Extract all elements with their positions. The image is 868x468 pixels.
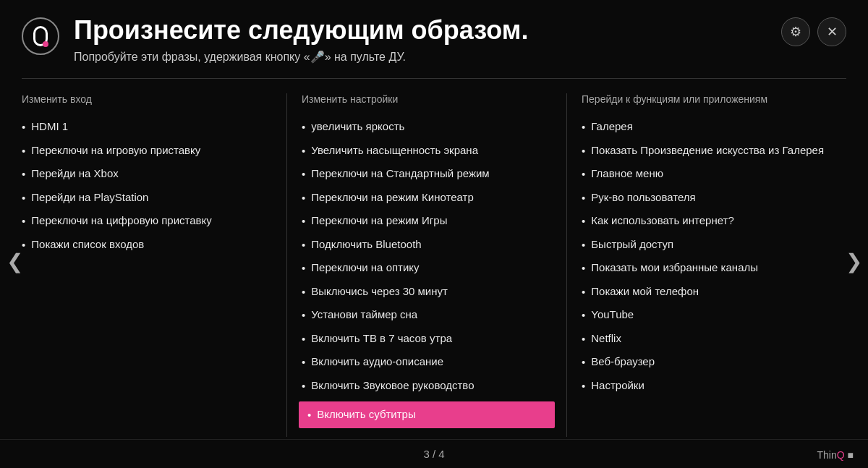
list-item[interactable]: •Покажи мой телефон [582,284,832,299]
bullet-icon: • [307,408,311,422]
list-item[interactable]: •Переключи на режим Игры [302,213,552,229]
main-content: ❮ Изменить вход •HDMI 1•Переключи на игр… [0,86,868,437]
list-item[interactable]: •Включить аудио-описание [302,354,552,370]
column-apps-features: Перейди к функциям или приложениям •Гале… [566,93,846,437]
list-item[interactable]: •Установи таймер сна [302,307,552,323]
list-item[interactable]: •Переключи на режим Кинотеатр [302,190,552,205]
list-item[interactable]: •Покажи список входов [22,237,272,252]
bullet-icon: • [302,261,305,276]
list-item-text: Веб-браузер [591,354,655,369]
list-item[interactable]: •Как использовать интернет? [582,213,832,229]
list-item-text: Переключи на оптику [311,260,419,275]
col2-header: Изменить настройки [302,93,552,109]
bullet-icon: • [302,308,305,323]
list-item[interactable]: •Включить ТВ в 7 часов утра [302,331,552,346]
bullet-icon: • [302,167,305,182]
bullet-icon: • [302,214,305,229]
column-change-settings: Изменить настройки •увеличить яркость•Ув… [286,93,566,437]
bullet-icon: • [582,379,585,393]
list-item-text: Выключись через 30 минут [311,284,448,299]
bullet-icon: • [582,238,585,252]
list-item[interactable]: •Перейди на Xbox [22,166,272,182]
bullet-icon: • [582,144,585,158]
page-title: Произнесите следующим образом. [74,14,767,46]
page-subtitle: Попробуйте эти фразы, удерживая кнопку «… [74,50,767,64]
list-item[interactable]: •Веб-браузер [582,354,832,370]
bullet-icon: • [582,308,585,323]
list-item[interactable]: •Рук-во пользователя [582,190,832,205]
header-divider [22,78,846,79]
bullet-icon: • [302,332,305,346]
list-item[interactable]: •Показать Произведение искусства из Гале… [582,143,832,158]
list-item-text: Переключи на режим Игры [311,213,447,228]
page-total: 4 [438,448,444,460]
list-item-text: HDMI 1 [31,119,68,134]
column-change-input: Изменить вход •HDMI 1•Переключи на игров… [22,93,286,437]
bullet-icon: • [22,167,25,182]
list-item-text: Переключи на режим Кинотеатр [311,190,473,205]
list-item[interactable]: •Подключить Bluetooth [302,237,552,252]
list-item[interactable]: •Переключи на оптику [302,260,552,276]
nav-arrow-right[interactable]: ❯ [839,239,868,283]
list-item-text: Включить аудио-описание [311,354,443,369]
bullet-icon: • [582,120,585,135]
list-item-text: Как использовать интернет? [591,213,734,228]
list-item-text: Покажи список входов [31,237,144,252]
page-separator: / [433,448,438,460]
list-item[interactable]: •Включить субтитры [299,401,555,428]
list-item-text: Главное меню [591,166,663,181]
list-item-text: Включить субтитры [317,407,415,422]
list-item[interactable]: •Включить Звуковое руководство [302,378,552,393]
list-item-text: Быстрый доступ [591,237,673,252]
col1-header: Изменить вход [22,93,272,109]
list-item-text: YouTube [591,307,634,322]
list-item-text: Netflix [591,331,621,346]
list-item[interactable]: •Переключи на игровую приставку [22,143,272,158]
bullet-icon: • [582,355,585,370]
list-item-text: Переключи на Стандартный режим [311,166,489,181]
list-item[interactable]: •HDMI 1 [22,119,272,135]
list-item-text: Перейди на Xbox [31,166,118,181]
list-item-text: Увеличить насыщенность экрана [311,143,478,158]
header-actions: ⚙ ✕ [781,17,846,46]
list-item-text: Включить ТВ в 7 часов утра [311,331,452,346]
list-item[interactable]: •Перейди на PlayStation [22,190,272,205]
bullet-icon: • [582,191,585,205]
bullet-icon: • [22,214,25,229]
list-item[interactable]: •Настройки [582,378,832,393]
settings-button[interactable]: ⚙ [781,17,810,46]
list-item-text: увеличить яркость [311,119,404,134]
bullet-icon: • [22,120,25,135]
list-item[interactable]: •Показать мои избранные каналы [582,260,832,276]
bullet-icon: • [582,167,585,182]
list-item-text: Покажи мой телефон [591,284,699,299]
list-item[interactable]: •Главное меню [582,166,832,182]
footer: 3 / 4 ThinQ ■ [0,439,868,468]
bullet-icon: • [582,214,585,229]
list-item-text: Показать мои избранные каналы [591,260,758,275]
list-item[interactable]: •Увеличить насыщенность экрана [302,143,552,158]
list-item[interactable]: •Галерея [582,119,832,135]
list-item-text: Показать Произведение искусства из Галер… [591,143,824,158]
list-item[interactable]: •Выключись через 30 минут [302,284,552,299]
list-item-text: Галерея [591,119,633,134]
list-item-text: Настройки [591,378,644,393]
nav-arrow-left[interactable]: ❮ [0,239,29,283]
list-item-text: Подключить Bluetooth [311,237,421,252]
bullet-icon: • [302,120,305,135]
bullet-icon: • [302,285,305,299]
bullet-icon: • [302,191,305,205]
bullet-icon: • [22,144,25,158]
list-item[interactable]: •Быстрый доступ [582,237,832,252]
list-item[interactable]: •Netflix [582,331,832,346]
list-item[interactable]: •Переключи на Стандартный режим [302,166,552,182]
list-item[interactable]: •YouTube [582,307,832,323]
list-item[interactable]: •Переключи на цифровую приставку [22,213,272,229]
list-item-text: Переключи на цифровую приставку [31,213,212,228]
header-text: Произнесите следующим образом. Попробуйт… [74,14,767,64]
list-item[interactable]: •увеличить яркость [302,119,552,135]
list-item-text: Включить Звуковое руководство [311,378,474,393]
bullet-icon: • [302,379,305,393]
bullet-icon: • [302,144,305,158]
close-button[interactable]: ✕ [817,17,846,46]
